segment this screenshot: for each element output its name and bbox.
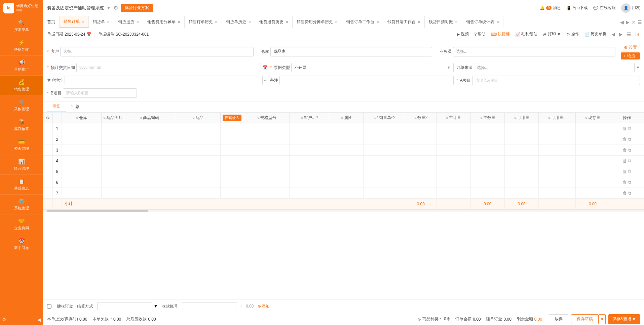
discard-btn[interactable]: 放弃 (549, 314, 568, 324)
toolbar-help-btn[interactable]: ? 帮助 (473, 31, 487, 38)
sidebar-item-search[interactable]: 🔍 搜索菜单 (0, 16, 43, 36)
scan-btn[interactable]: 扫码录入 (223, 115, 241, 121)
th-img[interactable]: ⇅商品图片 (101, 113, 124, 123)
ticket-type-select[interactable]: 不开票 ▼ (291, 63, 454, 72)
calendar-icon[interactable]: 📅 (86, 32, 91, 37)
th-code[interactable]: ⇅商品编码 (124, 113, 175, 123)
tab-close-icon[interactable]: ✕ (455, 20, 458, 24)
tab-invoice-history[interactable]: 销货单历史 ✕ (222, 16, 255, 28)
tab-close-icon[interactable]: ✕ (107, 20, 110, 24)
th-settings[interactable]: ⚙ (43, 113, 53, 123)
row-copy-icon[interactable]: ⧉ (628, 148, 631, 153)
tab-summary[interactable]: 汇总 (66, 101, 85, 112)
th-avail2[interactable]: ⇅可用量... (539, 113, 576, 123)
toolbar-history-btn[interactable]: 📄 历史单据 (583, 31, 608, 38)
sidebar-item-guide[interactable]: 🎯 新手引导 (0, 234, 43, 254)
sidebar-item-purchase[interactable]: 🛒 采购管理 (0, 95, 43, 115)
th-spec[interactable]: ⇅规格型号 (244, 113, 289, 123)
row-copy-icon[interactable]: ⧉ (628, 169, 631, 174)
th-warehouse[interactable]: ⇅仓库 (62, 113, 101, 123)
row-copy-icon[interactable]: ⧉ (628, 158, 631, 164)
payment-select[interactable] (97, 302, 152, 310)
form-grid-icon[interactable]: ☰ (626, 31, 632, 38)
account-select[interactable] (182, 302, 237, 310)
form-next-icon[interactable]: ▶ (618, 31, 623, 38)
logistics-btn[interactable]: + 物流 (621, 52, 640, 59)
tab-close-icon[interactable]: ✕ (335, 20, 338, 24)
tab-sales-order-history[interactable]: 销售订单历史 ✕ (185, 16, 222, 28)
toolbar-shortcut-btn[interactable]: ⌨ 快捷键 (490, 31, 511, 38)
table-scrollbar[interactable] (43, 209, 644, 212)
th-main-qty[interactable]: ⇅主数量 (470, 113, 504, 123)
th-product[interactable]: ⇅商品 (175, 113, 220, 123)
add-payment-btn[interactable]: ⊕ 添加 (258, 303, 270, 309)
row-delete-icon[interactable]: 🗑 (622, 148, 627, 153)
tab-detail[interactable]: 明细 (47, 101, 66, 112)
row-delete-icon[interactable]: 🗑 (622, 158, 627, 163)
b-project-input[interactable]: 请输入B项目 (63, 88, 137, 98)
tab-sales-invoice[interactable]: 销货单 ✕ (89, 16, 114, 28)
tab-close-icon[interactable]: ✕ (418, 20, 420, 24)
remark-input[interactable] (279, 76, 454, 85)
toolbar-video-btn[interactable]: ▶ 视频 (455, 31, 470, 38)
a-project-input[interactable]: 请输入A项目 (472, 76, 640, 85)
customer-more-icon[interactable]: ··· (255, 49, 258, 54)
th-qty2[interactable]: ⇅数量2 (405, 113, 437, 123)
sidebar-settings-icon[interactable]: ⚙ (2, 317, 6, 322)
row-copy-icon[interactable]: ⧉ (628, 126, 631, 131)
form-expand-icon[interactable]: ⊡ (635, 31, 640, 38)
row-copy-icon[interactable]: ⧉ (628, 137, 631, 142)
topbar-settings-icon[interactable]: ⚙ (113, 5, 118, 11)
tab-close-icon[interactable]: ✕ (286, 20, 288, 24)
row-delete-icon[interactable]: 🗑 (622, 137, 627, 142)
tab-close-icon[interactable]: ✕ (178, 20, 180, 24)
th-customer-code[interactable]: ⇅客户...? (290, 113, 329, 123)
tab-next-icon[interactable]: ▶ (625, 19, 630, 26)
tab-close-icon[interactable]: ✕ (215, 20, 218, 24)
toolbar-profit-btn[interactable]: 📈 毛利预估 (514, 31, 539, 38)
tab-close-icon[interactable]: ✕ (136, 20, 139, 24)
tab-close-all-icon[interactable]: ✕ (631, 19, 636, 26)
online-service-item[interactable]: 💬 在线客服 (593, 5, 616, 11)
sidebar-item-finance[interactable]: 💳 资金管理 (0, 135, 43, 155)
address-more-icon[interactable]: ··· (264, 78, 267, 83)
save-new-btn[interactable]: 保存&新增 ▼ (608, 314, 640, 324)
sidebar-item-system[interactable]: ⚙️ 系统管理 (0, 195, 43, 214)
one-click-checkbox[interactable] (47, 304, 51, 309)
th-main-unit[interactable]: ⇅主计量 (437, 113, 470, 123)
sidebar-item-marketing[interactable]: 📢 营销推广 (0, 56, 43, 76)
sidebar-item-sales[interactable]: 💰 销售管理 (0, 76, 43, 95)
tab-return-history[interactable]: 销货退货历史 ✕ (255, 16, 293, 28)
tab-sales-fee[interactable]: 销售费用分摊单 ✕ (143, 16, 185, 28)
row-delete-icon[interactable]: 🗑 (622, 191, 627, 196)
row-delete-icon[interactable]: 🗑 (622, 180, 627, 185)
app-download-item[interactable]: 📱 App下载 (566, 5, 588, 11)
sidebar-item-operations[interactable]: 📊 经营管理 (0, 155, 43, 175)
tab-fee-history[interactable]: 销售费用分摊单历史 ✕ (293, 16, 342, 28)
user-item[interactable]: 👤 用友 (621, 3, 640, 13)
order-source-input[interactable]: 选择... (474, 63, 635, 72)
calendar2-icon[interactable]: 📅 (262, 65, 267, 70)
tab-sales-stats[interactable]: 销售订单统计表 ✕ (462, 16, 503, 28)
delivery-date-input[interactable]: yyyy-mm-dd (76, 63, 261, 72)
industry-btn[interactable]: 体验行业方案 (121, 4, 153, 12)
toolbar-print-btn[interactable]: 🖨 打印 ▼ (541, 31, 562, 38)
toolbar-ops-btn[interactable]: ⚙ 操作 (565, 31, 580, 38)
tab-prev-icon[interactable]: ◀ (619, 19, 624, 26)
scrollbar-thumb[interactable] (47, 210, 148, 212)
notification-item[interactable]: 🔔 9 消息 (540, 5, 561, 11)
sidebar-item-quicknav[interactable]: ⚡ 快捷导航 (0, 36, 43, 56)
row-delete-icon[interactable]: 🗑 (622, 169, 627, 174)
save-draft-arrow-btn[interactable]: ▼ (599, 314, 606, 324)
row-copy-icon[interactable]: ⧉ (628, 180, 631, 185)
tab-daily-workbench[interactable]: 钱货日清工作台 ✕ (383, 16, 425, 28)
tab-menu-icon[interactable]: ☰ (637, 19, 643, 26)
warehouse-more-icon[interactable]: ··· (433, 49, 437, 54)
tab-order-workbench[interactable]: 销售订单工作台 ✕ (342, 16, 383, 28)
tab-close-icon[interactable]: ✕ (248, 20, 251, 24)
address-input[interactable] (65, 76, 263, 85)
th-unit[interactable]: ⇅*销售单位 (363, 113, 405, 123)
th-stock[interactable]: ⇅现存量 (576, 113, 610, 123)
form-prev-icon[interactable]: ◀ (611, 31, 616, 38)
tab-close-icon[interactable]: ✕ (496, 20, 499, 24)
